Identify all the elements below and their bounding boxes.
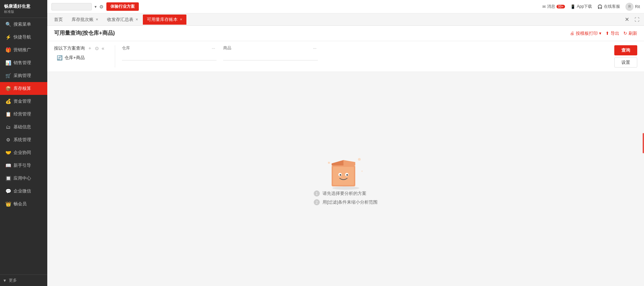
tab-close-batch[interactable]: ✕	[96, 18, 98, 21]
sidebar-item-basic[interactable]: 🗂基础信息	[0, 121, 47, 133]
app-label: App下载	[577, 4, 592, 9]
tabs-bar: 首页库存批次账✕收发存汇总表✕可用量库存账本✕ ✕ ⛶	[47, 14, 644, 26]
print-button[interactable]: 🖨 按模板打印 ▾	[570, 30, 601, 36]
system-icon: ⚙	[5, 137, 11, 142]
warehouse-filter-input[interactable]	[122, 52, 216, 60]
sidebar-item-inventory[interactable]: 📦库存核算	[0, 82, 47, 95]
query-button[interactable]: 查询	[614, 45, 637, 55]
more-icon: ▼	[3, 278, 7, 283]
logo-title: 畅康通好生意	[4, 3, 43, 9]
tab-label-batch: 库存批次账	[72, 17, 94, 23]
tab-window-expand-button[interactable]: ⛶	[633, 16, 641, 23]
sidebar-item-label-wechat: 企业微信	[14, 188, 31, 194]
query-divider	[115, 45, 115, 68]
message-badge: 99+	[557, 5, 565, 8]
tab-label-home: 首页	[54, 17, 63, 23]
sidebar-bottom-label: 更多	[9, 278, 17, 283]
hint-text-2: 用[过滤]条件来缩小分析范围	[323, 199, 378, 205]
sidebar-item-label-basic: 基础信息	[14, 124, 31, 130]
refresh-icon: ↻	[623, 31, 627, 36]
sidebar-item-finance[interactable]: 💰资金管理	[0, 95, 47, 108]
warehouse-filter-group: 仓库 ···	[122, 45, 216, 60]
export-button[interactable]: ⬆ 导出	[606, 30, 619, 36]
svg-point-7	[339, 174, 341, 176]
sidebar-item-label-search: 搜索菜单	[14, 21, 31, 27]
refresh-button[interactable]: ↻ 刷新	[623, 30, 637, 36]
print-icon: 🖨	[570, 31, 574, 36]
app-icon: 📱	[570, 4, 575, 9]
refresh-label: 刷新	[628, 30, 637, 36]
sidebar-item-sales[interactable]: 📊销售管理	[0, 56, 47, 69]
scheme-item[interactable]: 🔄仓库+商品	[54, 53, 108, 62]
svg-point-0	[332, 186, 359, 190]
tab-window-close-button[interactable]: ✕	[623, 16, 631, 23]
scheme-add-button[interactable]: ＋	[87, 45, 93, 51]
trial-industry-button[interactable]: 体验行业方案	[106, 2, 139, 11]
sidebar-item-search[interactable]: 🔍搜索菜单	[0, 18, 47, 31]
sidebar-item-operations[interactable]: 📋经营管理	[0, 108, 47, 121]
empty-state: 1 请先选择要分析的方案 2 用[过滤]条件来缩小分析范围	[47, 72, 644, 286]
goods-filter-group: 商品 ···	[223, 45, 318, 60]
empty-hint: 1 请先选择要分析的方案 2 用[过滤]条件来缩小分析范围	[314, 190, 378, 205]
header-dropdown-button[interactable]: ▾	[95, 4, 97, 9]
warehouse-label-text: 仓库	[122, 45, 130, 51]
sidebar-bottom[interactable]: ▼ 更多	[0, 275, 47, 286]
tab-home[interactable]: 首页	[50, 15, 67, 25]
sidebar-item-cooperation[interactable]: 🤝企业协同	[0, 146, 47, 159]
sidebar-item-shortcut[interactable]: ⚡快捷导航	[0, 31, 47, 44]
sidebar-item-label-purchase: 采购管理	[14, 73, 31, 79]
service-label: 在线客服	[604, 4, 620, 9]
sidebar-item-marketing[interactable]: 🎁营销推广	[0, 44, 47, 56]
inventory-icon: 📦	[5, 86, 11, 91]
headset-icon: 🎧	[597, 4, 602, 9]
hint-num-1: 1	[314, 190, 320, 197]
goods-label-text: 商品	[223, 45, 231, 51]
tab-close-summary[interactable]: ✕	[135, 18, 138, 21]
scheme-settings-button[interactable]: ⊙	[94, 45, 100, 51]
sidebar-item-member[interactable]: 👑畅会员	[0, 198, 47, 210]
query-scheme-label: 按以下方案查询	[54, 45, 85, 51]
wechat-icon: 💬	[5, 188, 11, 194]
appcenter-icon: 🔲	[5, 176, 11, 181]
tab-available[interactable]: 可用量库存账本✕	[143, 15, 186, 25]
sidebar-item-system[interactable]: ⚙系统管理	[0, 133, 47, 146]
goods-filter-input[interactable]	[223, 52, 318, 60]
tab-label-summary: 收发存汇总表	[107, 17, 133, 23]
settings-button[interactable]: 设置	[614, 57, 637, 68]
sidebar-item-newbie[interactable]: 📖新手引导	[0, 159, 47, 172]
message-button[interactable]: ✉ 消息 99+	[542, 4, 565, 9]
tab-close-available[interactable]: ✕	[180, 18, 182, 21]
svg-rect-2	[333, 167, 354, 185]
hint-num-2: 2	[314, 199, 320, 205]
svg-marker-4	[343, 160, 355, 165]
empty-hint-item-1: 1 请先选择要分析的方案	[314, 190, 378, 197]
scheme-collapse-button[interactable]: «	[101, 45, 105, 51]
sidebar-item-wechat[interactable]: 💬企业微信	[0, 185, 47, 198]
app-download-button[interactable]: 📱 App下载	[570, 4, 592, 9]
header-gear-button[interactable]: ⚙	[99, 4, 104, 9]
sidebar-item-label-sales: 销售管理	[14, 60, 31, 66]
cooperation-icon: 🤝	[5, 150, 11, 155]
user-menu-button[interactable]: R Rit	[625, 3, 640, 11]
tab-summary[interactable]: 收发存汇总表✕	[103, 15, 142, 25]
svg-marker-3	[332, 160, 343, 165]
hint-text-1: 请先选择要分析的方案	[323, 190, 366, 197]
header-search-input[interactable]	[51, 3, 92, 10]
sidebar-item-label-newbie: 新手引导	[14, 162, 31, 168]
sidebar-item-purchase[interactable]: 🛒采购管理	[0, 69, 47, 82]
query-filters: 仓库 ··· 商品 ···	[122, 45, 608, 60]
goods-more-button[interactable]: ···	[312, 46, 318, 51]
right-scroll-indicator[interactable]	[643, 133, 644, 153]
export-label: 导出	[611, 30, 619, 36]
empty-svg-illustration	[326, 153, 366, 190]
finance-icon: 💰	[5, 99, 11, 104]
service-button[interactable]: 🎧 在线客服	[597, 4, 620, 9]
sidebar-item-appcenter[interactable]: 🔲应用中心	[0, 172, 47, 185]
operations-icon: 📋	[5, 111, 11, 117]
sidebar: 畅康通好生意 标准版 🔍搜索菜单⚡快捷导航🎁营销推广📊销售管理🛒采购管理📦库存核…	[0, 0, 47, 286]
scheme-items-list: 🔄仓库+商品	[54, 53, 108, 62]
warehouse-more-button[interactable]: ···	[210, 46, 216, 51]
avatar: R	[625, 3, 634, 11]
tab-batch[interactable]: 库存批次账✕	[68, 15, 102, 25]
svg-point-11	[361, 171, 363, 172]
